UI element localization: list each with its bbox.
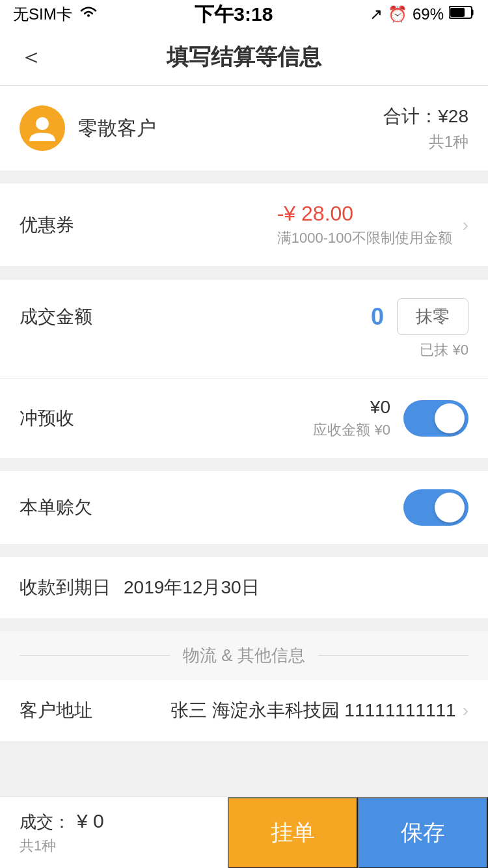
prereceive-label: 冲预收 bbox=[20, 406, 74, 431]
prereceive-sub: 应收金额 ¥0 bbox=[313, 420, 390, 440]
logistics-line-left bbox=[20, 655, 170, 656]
battery-icon bbox=[449, 5, 475, 23]
deal-amount-section: 成交金额 0 抹零 已抹 ¥0 冲预收 ¥0 应收金额 ¥0 bbox=[0, 280, 488, 458]
location-icon: ↗ bbox=[370, 5, 383, 23]
address-section[interactable]: 客户地址 张三 海淀永丰科技园 11111111111 › bbox=[0, 680, 488, 741]
deal-amount-inner: 成交金额 0 抹零 bbox=[20, 298, 468, 335]
alarm-icon: ⏰ bbox=[388, 5, 407, 23]
customer-name: 零散客户 bbox=[78, 115, 156, 142]
svg-point-2 bbox=[36, 117, 49, 130]
coupon-right: -¥ 28.00 满1000-100不限制使用金额 › bbox=[277, 202, 468, 248]
coupon-desc: 满1000-100不限制使用金额 bbox=[277, 228, 452, 248]
round-button[interactable]: 抹零 bbox=[397, 298, 468, 335]
status-bar: 无SIM卡 下午3:18 ↗ ⏰ 69% bbox=[0, 0, 488, 29]
debt-section: 本单赊欠 bbox=[0, 471, 488, 544]
wifi-icon bbox=[79, 5, 98, 23]
logistics-text: 物流 & 其他信息 bbox=[183, 644, 305, 667]
bottom-count: 共1种 bbox=[20, 836, 208, 856]
nav-bar: ＜ 填写结算等信息 bbox=[0, 29, 488, 86]
hold-button[interactable]: 挂单 bbox=[228, 797, 358, 869]
bottom-deal-amount: ¥ 0 bbox=[77, 810, 104, 832]
duedate-value: 2019年12月30日 bbox=[124, 575, 260, 600]
coupon-label: 优惠券 bbox=[20, 213, 74, 237]
customer-summary: 合计：¥28 共1种 bbox=[383, 104, 468, 152]
status-left: 无SIM卡 bbox=[13, 4, 98, 25]
duedate-label: 收款到期日 bbox=[20, 575, 111, 600]
prereceive-toggle[interactable] bbox=[403, 400, 468, 437]
coupon-discount: -¥ 28.00 bbox=[277, 202, 452, 226]
bottom-deal-label: 成交： bbox=[20, 811, 70, 834]
prereceive-main: ¥0 bbox=[313, 397, 390, 418]
coupon-section: 优惠券 -¥ 28.00 满1000-100不限制使用金额 › bbox=[0, 183, 488, 267]
duedate-row[interactable]: 收款到期日 2019年12月30日 bbox=[0, 557, 488, 618]
logistics-header: 物流 & 其他信息 bbox=[0, 631, 488, 680]
debt-toggle[interactable] bbox=[403, 489, 468, 526]
address-right: 张三 海淀永丰科技园 11111111111 › bbox=[170, 698, 468, 723]
status-time: 下午3:18 bbox=[195, 1, 273, 28]
save-button[interactable]: 保存 bbox=[358, 797, 488, 869]
customer-avatar bbox=[20, 105, 65, 151]
deal-amount-label: 成交金额 bbox=[20, 305, 92, 329]
content: 零散客户 合计：¥28 共1种 优惠券 -¥ 28.00 满1000-100不限… bbox=[0, 86, 488, 832]
deal-amount-value[interactable]: 0 bbox=[371, 303, 384, 331]
duedate-section: 收款到期日 2019年12月30日 bbox=[0, 557, 488, 618]
coupon-value-container: -¥ 28.00 满1000-100不限制使用金额 bbox=[277, 202, 452, 248]
battery-text: 69% bbox=[413, 5, 444, 23]
bottom-bar: 成交： ¥ 0 共1种 挂单 保存 bbox=[0, 796, 488, 868]
no-sim-text: 无SIM卡 bbox=[13, 4, 72, 25]
address-value: 张三 海淀永丰科技园 11111111111 bbox=[170, 698, 456, 723]
deal-amount-row: 成交金额 0 抹零 已抹 ¥0 bbox=[0, 280, 488, 379]
debt-label: 本单赊欠 bbox=[20, 495, 92, 520]
coupon-row[interactable]: 优惠券 -¥ 28.00 满1000-100不限制使用金额 › bbox=[0, 183, 488, 267]
prereceive-right: ¥0 应收金额 ¥0 bbox=[313, 397, 468, 440]
page-title: 填写结算等信息 bbox=[167, 42, 321, 72]
prereceive-amounts: ¥0 应收金额 ¥0 bbox=[313, 397, 390, 440]
chevron-icon: › bbox=[463, 215, 468, 236]
deal-amount-sub: 已抹 ¥0 bbox=[20, 340, 468, 360]
back-button[interactable]: ＜ bbox=[20, 41, 43, 73]
logistics-line-right bbox=[318, 655, 468, 656]
bottom-summary: 成交： ¥ 0 共1种 bbox=[0, 810, 228, 856]
customer-left: 零散客户 bbox=[20, 105, 156, 151]
address-chevron-icon: › bbox=[463, 700, 468, 721]
total-amount: 合计：¥28 bbox=[383, 104, 468, 129]
customer-row: 零散客户 合计：¥28 共1种 bbox=[0, 86, 488, 170]
status-right: ↗ ⏰ 69% bbox=[370, 5, 475, 23]
address-label: 客户地址 bbox=[20, 698, 92, 723]
total-count: 共1种 bbox=[383, 131, 468, 152]
svg-rect-1 bbox=[450, 8, 465, 17]
bottom-deal-row: 成交： ¥ 0 bbox=[20, 810, 208, 834]
prereceive-row: 冲预收 ¥0 应收金额 ¥0 bbox=[0, 379, 488, 458]
